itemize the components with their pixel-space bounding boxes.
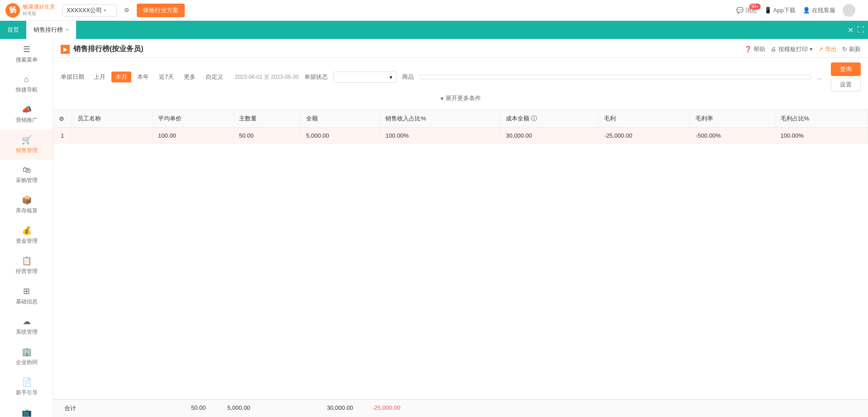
finance-icon: 💰	[22, 225, 32, 235]
th-profit: 毛利	[599, 110, 690, 128]
sidebar-item-guide[interactable]: 📄 新手引导	[0, 372, 53, 402]
page-actions: ❓ 帮助 🖨 按模板打印 ▾ ↗ 导出 ↻ 刷新	[744, 45, 861, 53]
avatar[interactable]	[843, 4, 855, 17]
tab-close-icon[interactable]: ×	[66, 27, 69, 33]
tab-sales-ranking[interactable]: 销售排行榜 ×	[26, 21, 76, 39]
company-select[interactable]: XXXXXX公司 ▾	[62, 4, 117, 17]
app-icon: 📱	[764, 7, 772, 14]
refresh-button[interactable]: ↻ 刷新	[842, 45, 861, 53]
page-header: ▶ 销售排行榜(按业务员) ❓ 帮助 🖨 按模板打印 ▾ ↗ 导出	[53, 39, 868, 58]
date-btn-custom[interactable]: 自定义	[201, 72, 227, 82]
help-icon: ❓	[744, 46, 752, 53]
sidebar-label-search-order: 搜索菜单	[16, 56, 38, 64]
sidebar-item-quick-nav[interactable]: ⌂ 快捷导航	[0, 69, 53, 99]
footer-profit: -25,000.00	[367, 404, 412, 412]
sidebar-label-basic: 基础信息	[16, 298, 38, 306]
search-order-icon: ☰	[23, 44, 30, 54]
th-total: 全额	[301, 110, 380, 128]
td-employee-name	[72, 128, 153, 144]
message-icon: 💬	[736, 7, 743, 14]
nav-right: ✕ ⛶	[848, 26, 868, 34]
maximize-icon[interactable]: ⛶	[857, 26, 864, 34]
sidebar-label-finance: 资金管理	[16, 237, 38, 245]
settings-button[interactable]: 设置	[831, 78, 861, 91]
online-service-button[interactable]: 👤 在线客服	[803, 6, 835, 14]
sidebar-item-basic[interactable]: ⊞ 基础信息	[0, 281, 53, 311]
sidebar-item-finance[interactable]: 💰 资金管理	[0, 220, 53, 250]
sidebar-item-appstore[interactable]: 📺 应用中心	[0, 402, 53, 417]
date-filter-label: 单据日期	[61, 73, 84, 81]
logo-area: 畅 畅康通好生意 标准版	[5, 3, 59, 18]
sidebar: ☰ 搜索菜单 ⌂ 快捷导航 📣 营销推广 🛒 销售管理 🛍 采购管理 📦 库存核…	[0, 39, 53, 417]
app-download-button[interactable]: 📱 App下载	[764, 6, 796, 14]
sidebar-item-purchase[interactable]: 🛍 采购管理	[0, 160, 53, 190]
date-btn-last-month[interactable]: 上月	[90, 72, 110, 82]
print-dropdown-icon: ▾	[810, 46, 813, 53]
more-filter-btn[interactable]: ...	[817, 74, 822, 81]
print-icon: 🖨	[771, 46, 777, 53]
sidebar-label-system: 系统管理	[16, 328, 38, 336]
td-cost: 30,000.00	[500, 128, 599, 144]
td-profit: -25,000.00	[599, 128, 690, 144]
message-button[interactable]: 💬 消息 99+	[736, 6, 757, 14]
refresh-icon: ↻	[842, 46, 847, 53]
top-bar: 畅 畅康通好生意 标准版 XXXXXX公司 ▾ ⚙ 体验行业方案 💬 消息 99…	[0, 0, 868, 21]
close-window-icon[interactable]: ✕	[848, 26, 854, 34]
sidebar-label-sales: 销售管理	[16, 147, 38, 154]
sidebar-item-system[interactable]: ☁ 系统管理	[0, 311, 53, 341]
print-button[interactable]: 🖨 按模板打印 ▾	[771, 45, 813, 53]
td-avg-price: 100.00	[153, 128, 234, 144]
sidebar-item-marketing[interactable]: 📣 营销推广	[0, 99, 53, 129]
expand-icon[interactable]: ▶	[61, 45, 70, 54]
home-tab-label: 首页	[7, 26, 19, 34]
main-content: ☰ 搜索菜单 ⌂ 快捷导航 📣 营销推广 🛒 销售管理 🛍 采购管理 📦 库存核…	[0, 39, 868, 417]
app-label: App下载	[773, 6, 796, 14]
tab-home[interactable]: 首页	[0, 21, 26, 39]
status-select-chevron: ▾	[389, 74, 393, 81]
sidebar-item-sales[interactable]: 🛒 销售管理	[0, 129, 53, 160]
filter-bar: 单据日期 上月 本月 本年 近7天 更多 自定义 2023-06-01 至 20…	[53, 58, 868, 110]
quick-nav-icon: ⌂	[24, 75, 29, 84]
enterprise-icon: 🏢	[22, 347, 32, 357]
sidebar-item-search-order[interactable]: ☰ 搜索菜单	[0, 39, 53, 69]
footer-sales-pct	[267, 404, 321, 412]
logo-icon: 畅	[5, 3, 20, 18]
data-table: ⚙ 员工名称 平均单价 主数量 全额 销售收入占比% 成本全额 ⓘ 毛利 毛利率…	[53, 110, 868, 144]
sidebar-item-inventory[interactable]: 📦 库存核算	[0, 190, 53, 220]
footer-label: 合计	[59, 404, 149, 412]
expand-label: 展开更多条件	[446, 94, 481, 102]
logo-text: 畅康通好生意	[23, 4, 55, 11]
date-btn-7days[interactable]: 近7天	[155, 72, 178, 82]
search-button[interactable]: 查询	[831, 62, 861, 76]
date-btn-more[interactable]: 更多	[180, 72, 200, 82]
sales-icon: 🛒	[22, 135, 32, 145]
filter-row: 单据日期 上月 本月 本年 近7天 更多 自定义 2023-06-01 至 20…	[61, 62, 861, 91]
service-label: 在线客服	[812, 6, 835, 14]
trial-button[interactable]: 体验行业方案	[137, 4, 185, 17]
help-button[interactable]: ❓ 帮助	[744, 45, 765, 53]
date-range-display: 2023-06-01 至 2023-06-30	[235, 73, 298, 81]
td-profit-pct: 100.00%	[775, 128, 868, 144]
purchase-icon: 🛍	[23, 165, 31, 175]
sidebar-label-purchase: 采购管理	[16, 177, 38, 184]
settings-icon-btn[interactable]: ⚙	[120, 4, 133, 17]
operations-icon: 📋	[22, 256, 32, 266]
export-button[interactable]: ↗ 导出	[818, 45, 837, 53]
date-btn-this-month[interactable]: 本月	[111, 72, 131, 82]
expand-row: ▾ 展开更多条件	[61, 91, 861, 105]
sidebar-item-operations[interactable]: 📋 经营管理	[0, 250, 53, 281]
date-btn-this-year[interactable]: 本年	[133, 72, 153, 82]
status-select[interactable]: ▾	[333, 72, 397, 83]
goods-select[interactable]	[419, 75, 811, 79]
td-profit-rate: -500.00%	[690, 128, 775, 144]
th-employee-name: 员工名称	[72, 110, 153, 128]
footer-qty	[149, 404, 186, 412]
expand-conditions-button[interactable]: ▾ 展开更多条件	[441, 94, 481, 102]
page-title: 销售排行榜(按业务员)	[73, 44, 144, 54]
system-icon: ☁	[23, 316, 31, 326]
service-icon: 👤	[803, 7, 810, 14]
th-settings[interactable]: ⚙	[53, 110, 72, 128]
sidebar-item-enterprise[interactable]: 🏢 企业协同	[0, 341, 53, 372]
th-profit-rate: 毛利率	[690, 110, 775, 128]
top-right: 💬 消息 99+ 📱 App下载 👤 在线客服	[736, 4, 863, 17]
